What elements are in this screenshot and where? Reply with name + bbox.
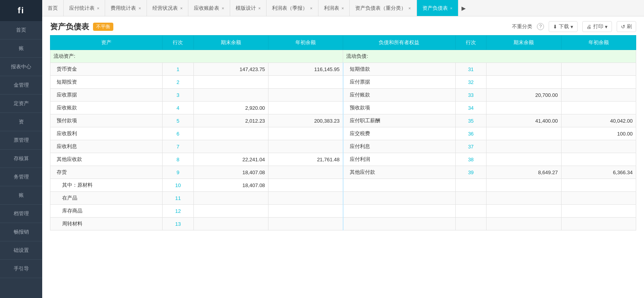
right-start[interactable]: 6,366.34	[561, 166, 636, 179]
left-start[interactable]	[268, 140, 343, 153]
tab-close-profit[interactable]: ×	[342, 6, 344, 11]
tab-close-expense-stat[interactable]: ×	[138, 6, 141, 11]
sidebar-item-affairs[interactable]: 务管理	[0, 168, 42, 186]
left-label[interactable]: 应收账款	[50, 102, 163, 114]
left-label[interactable]: 应收票据	[50, 89, 163, 102]
sidebar-item-ticket[interactable]: 票管理	[0, 131, 42, 150]
right-end[interactable]: 41,400.00	[487, 114, 561, 127]
right-start[interactable]	[561, 153, 636, 166]
sidebar-item-account[interactable]: 账	[0, 39, 42, 58]
tab-business-stat[interactable]: 经营状况表 ×	[147, 0, 188, 16]
download-button[interactable]: ⬇ 下载 ▾	[549, 21, 578, 32]
right-label[interactable]	[343, 192, 455, 205]
right-label[interactable]: 应付账款	[343, 89, 455, 102]
right-start[interactable]	[561, 179, 636, 192]
left-start[interactable]	[268, 179, 343, 192]
left-end[interactable]: 22,241.04	[193, 153, 268, 166]
right-end[interactable]	[487, 192, 561, 205]
sidebar-item-guide[interactable]: 手引导	[0, 260, 42, 278]
right-start[interactable]	[561, 63, 636, 76]
left-label[interactable]: 存货	[50, 166, 163, 179]
right-label[interactable]: 应付利润	[343, 153, 455, 166]
right-end[interactable]	[487, 179, 561, 192]
left-start[interactable]	[268, 166, 343, 179]
tab-scroll-right[interactable]: ▶	[458, 5, 469, 11]
right-start[interactable]	[561, 218, 636, 230]
tab-close-template-design[interactable]: ×	[258, 6, 261, 11]
right-label[interactable]: 应交税费	[343, 127, 455, 140]
left-label[interactable]: 预付款项	[50, 114, 163, 127]
right-start[interactable]	[561, 205, 636, 218]
right-start[interactable]: 40,042.00	[561, 114, 636, 127]
left-end[interactable]	[193, 89, 268, 102]
left-label[interactable]: 库存商品	[50, 205, 163, 218]
right-start[interactable]	[561, 140, 636, 153]
sidebar-item-assets[interactable]: 资	[0, 113, 42, 131]
sidebar-item-fixed-assets[interactable]: 定资产	[0, 95, 42, 113]
right-end[interactable]	[487, 63, 561, 76]
left-label[interactable]: 其中：原材料	[50, 179, 163, 192]
left-start[interactable]	[268, 205, 343, 218]
left-label[interactable]: 短期投资	[50, 76, 163, 89]
right-end[interactable]	[487, 140, 561, 153]
left-end[interactable]	[193, 192, 268, 205]
right-end[interactable]	[487, 218, 561, 230]
right-end[interactable]: 20,700.00	[487, 89, 561, 102]
tab-expense-stat[interactable]: 费用统计表 ×	[105, 0, 147, 16]
tab-close-receivable-age[interactable]: ×	[222, 6, 224, 11]
left-end[interactable]: 18,407.08	[193, 179, 268, 192]
right-end[interactable]	[487, 127, 561, 140]
right-start[interactable]	[561, 89, 636, 102]
right-end[interactable]	[487, 205, 561, 218]
tab-close-payable-stat[interactable]: ×	[97, 6, 99, 11]
sidebar-item-expense[interactable]: 畅报销	[0, 223, 42, 241]
tab-close-profit-quarterly[interactable]: ×	[310, 6, 312, 11]
sidebar-item-ledger[interactable]: 账	[0, 186, 42, 205]
left-label[interactable]: 货币资金	[50, 63, 163, 76]
left-start[interactable]	[268, 89, 343, 102]
right-start[interactable]: 100.00	[561, 127, 636, 140]
left-start[interactable]	[268, 218, 343, 230]
tab-home[interactable]: 首页	[42, 0, 64, 16]
left-end[interactable]	[193, 205, 268, 218]
right-end[interactable]	[487, 76, 561, 89]
print-button[interactable]: 🖨 打印 ▾	[582, 21, 612, 32]
left-end[interactable]: 2,012.23	[193, 114, 268, 127]
sidebar-item-inventory[interactable]: 存核算	[0, 150, 42, 168]
tab-template-design[interactable]: 模版设计 ×	[230, 0, 267, 16]
right-label[interactable]: 应付票据	[343, 76, 455, 89]
left-start[interactable]	[268, 76, 343, 89]
sidebar-item-finance[interactable]: 金管理	[0, 76, 42, 95]
left-end[interactable]	[193, 140, 268, 153]
left-end[interactable]: 147,423.75	[193, 63, 268, 76]
tab-payable-stat[interactable]: 应付统计表 ×	[64, 0, 105, 16]
right-label[interactable]: 预收款项	[343, 102, 455, 114]
tab-close-balance-reclassify[interactable]: ×	[408, 6, 411, 11]
left-label[interactable]: 应收股利	[50, 127, 163, 140]
tab-profit[interactable]: 利润表 ×	[318, 0, 350, 16]
right-label[interactable]	[343, 218, 455, 230]
left-label[interactable]: 应收利息	[50, 140, 163, 153]
right-end[interactable]	[487, 102, 561, 114]
left-start[interactable]: 116,145.95	[268, 63, 343, 76]
left-start[interactable]	[268, 102, 343, 114]
left-end[interactable]	[193, 127, 268, 140]
tab-profit-quarterly[interactable]: 利润表（季报） ×	[267, 0, 318, 16]
right-label[interactable]: 应付利息	[343, 140, 455, 153]
sidebar-item-settings[interactable]: 础设置	[0, 241, 42, 260]
right-start[interactable]	[561, 192, 636, 205]
left-end[interactable]	[193, 218, 268, 230]
tab-balance-reclassify[interactable]: 资产负债表（重分类） ×	[350, 0, 417, 16]
tab-close-business-stat[interactable]: ×	[180, 6, 182, 11]
left-start[interactable]	[268, 127, 343, 140]
refresh-button[interactable]: ↺ 刷	[617, 21, 636, 32]
classify-label[interactable]: 不重分类	[512, 23, 532, 30]
right-label[interactable]	[343, 205, 455, 218]
left-start[interactable]: 200,383.23	[268, 114, 343, 127]
right-label[interactable]: 短期借款	[343, 63, 455, 76]
sidebar-item-archive[interactable]: 档管理	[0, 205, 42, 223]
left-end[interactable]: 2,920.00	[193, 102, 268, 114]
left-end[interactable]	[193, 76, 268, 89]
right-end[interactable]	[487, 153, 561, 166]
sidebar-item-home[interactable]: 首页	[0, 21, 42, 39]
